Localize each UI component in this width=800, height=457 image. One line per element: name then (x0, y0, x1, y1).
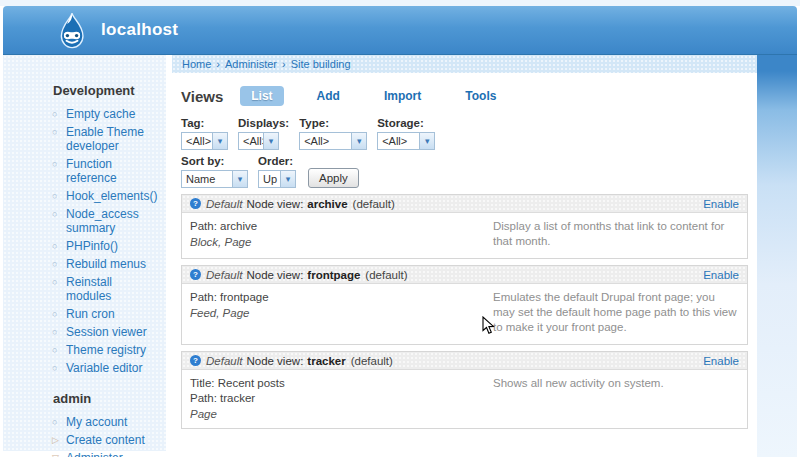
tab[interactable]: List (240, 86, 283, 106)
view-displays: Page (190, 407, 477, 422)
select-value: <All> (239, 135, 263, 147)
drupal-admin-page: localhost Development Empty cache Enable… (0, 0, 800, 457)
filter-select[interactable]: <All> ▾ (181, 132, 228, 150)
sidebar-link[interactable]: Enable Theme developer (66, 125, 144, 153)
view-default-suffix: (default) (351, 355, 393, 367)
help-icon[interactable]: ? (190, 355, 201, 366)
help-icon[interactable]: ? (190, 198, 201, 209)
bullet-icon (52, 239, 57, 253)
filter-group: Type: <All> ▾ (299, 117, 367, 150)
tabs: List Add Import Tools (240, 86, 507, 106)
sidebar-link[interactable]: Hook_elements() (66, 189, 157, 203)
filter-group: Sort by: Name ▾ (181, 155, 248, 188)
bullet-icon (52, 361, 57, 375)
view-name: archive (307, 198, 347, 210)
chevron-down-icon[interactable]: ▾ (280, 171, 295, 187)
view-row: ? Default Node view: frontpage (default)… (181, 265, 748, 345)
view-name: tracker (307, 355, 345, 367)
filter-select[interactable]: <All> ▾ (377, 132, 435, 150)
sidebar-link[interactable]: Create content (66, 433, 145, 447)
view-type-label: Node view: (246, 355, 303, 367)
view-type-label: Node view: (246, 198, 303, 210)
breadcrumb-link[interactable]: Administer (225, 58, 277, 70)
chevron-down-icon[interactable]: ▾ (212, 133, 227, 149)
sidebar-heading: admin (53, 391, 160, 406)
select-value: <All> (182, 135, 212, 147)
site-header: localhost (3, 6, 797, 55)
bullet-icon (52, 325, 57, 339)
drupal-logo-icon[interactable] (55, 12, 89, 50)
background-band (757, 55, 797, 457)
expander-icon (52, 415, 57, 429)
enable-link[interactable]: Enable (703, 198, 739, 210)
sidebar-link[interactable]: Theme registry (66, 343, 146, 357)
view-row-header: ? Default Node view: archive (default) E… (182, 195, 747, 213)
view-description: Shows all new activity on system. (485, 370, 747, 428)
sidebar-item: Node_access summary (53, 207, 160, 235)
breadcrumb-separator: › (282, 58, 286, 70)
sidebar-link[interactable]: Empty cache (66, 107, 135, 121)
enable-link[interactable]: Enable (703, 355, 739, 367)
site-name[interactable]: localhost (101, 20, 178, 40)
sidebar-section-development: Development Empty cache Enable Theme dev… (53, 83, 160, 375)
sidebar-item: Empty cache (53, 107, 160, 121)
sidebar-item: Theme registry (53, 343, 160, 357)
sidebar-link[interactable]: Administer (66, 451, 123, 457)
chevron-down-icon[interactable]: ▾ (419, 133, 434, 149)
sidebar-item: Create content (53, 433, 160, 447)
view-displays: Feed, Page (190, 306, 477, 321)
views-list: ? Default Node view: archive (default) E… (181, 194, 748, 429)
filter-label: Storage: (377, 117, 435, 129)
filter-row-1: Tag: <All> ▾ Displays: <All> ▾ (181, 117, 748, 150)
sidebar-item: Function reference (53, 157, 160, 185)
filters: Tag: <All> ▾ Displays: <All> ▾ (181, 117, 748, 188)
help-icon[interactable]: ? (190, 269, 201, 280)
sidebar-heading: Development (53, 83, 160, 98)
sidebar-item: Enable Theme developer (53, 125, 160, 153)
chevron-down-icon[interactable]: ▾ (351, 133, 366, 149)
sidebar: Development Empty cache Enable Theme dev… (3, 55, 166, 451)
view-info-cell: Path: frontpage Feed, Page (182, 284, 485, 344)
breadcrumb-link[interactable]: Home (182, 58, 211, 70)
filter-select[interactable]: Up ▾ (258, 170, 296, 188)
view-row-body: Path: frontpage Feed, Page Emulates the … (182, 284, 747, 344)
sidebar-link[interactable]: Node_access summary (66, 207, 139, 235)
sidebar-link[interactable]: My account (66, 415, 127, 429)
filter-label: Type: (299, 117, 367, 129)
sidebar-link[interactable]: PHPinfo() (66, 239, 118, 253)
enable-link[interactable]: Enable (703, 269, 739, 281)
tab[interactable]: Add (306, 86, 351, 106)
view-default-flag: Default (206, 269, 242, 281)
view-row-body: Path: archive Block, Page Display a list… (182, 213, 747, 258)
bullet-icon (52, 125, 57, 139)
tab[interactable]: Import (373, 86, 432, 106)
filter-label: Displays: (238, 117, 289, 129)
sidebar-link[interactable]: Function reference (66, 157, 117, 185)
page-body: Views List Add Import Tools (172, 73, 757, 457)
view-details: Path: archive (190, 219, 477, 234)
view-type-label: Node view: (246, 269, 303, 281)
apply-button[interactable]: Apply (308, 168, 359, 188)
filter-select[interactable]: <All> ▾ (238, 132, 279, 150)
breadcrumb-link[interactable]: Site building (291, 58, 351, 70)
select-value: <All> (378, 135, 419, 147)
sidebar-nav: Empty cache Enable Theme developer Funct… (53, 107, 160, 375)
chevron-down-icon[interactable]: ▾ (232, 171, 247, 187)
sidebar-link[interactable]: Rebuild menus (66, 257, 146, 271)
tab[interactable]: Tools (454, 86, 507, 106)
bullet-icon (52, 257, 57, 271)
view-info-cell: Path: archive Block, Page (182, 213, 485, 258)
filter-select[interactable]: <All> ▾ (299, 132, 367, 150)
sidebar-link[interactable]: Run cron (66, 307, 115, 321)
sidebar-link[interactable]: Variable editor (66, 361, 143, 375)
sidebar-item: Variable editor (53, 361, 160, 375)
view-default-flag: Default (206, 355, 242, 367)
select-value: Up (259, 173, 280, 185)
view-row: ? Default Node view: archive (default) E… (181, 194, 748, 259)
sidebar-link[interactable]: Session viewer (66, 325, 147, 339)
filter-select[interactable]: Name ▾ (181, 170, 248, 188)
chevron-down-icon[interactable]: ▾ (263, 133, 278, 149)
bullet-icon (52, 275, 57, 289)
sidebar-link[interactable]: Reinstall modules (66, 275, 112, 303)
sidebar-item: Run cron (53, 307, 160, 321)
